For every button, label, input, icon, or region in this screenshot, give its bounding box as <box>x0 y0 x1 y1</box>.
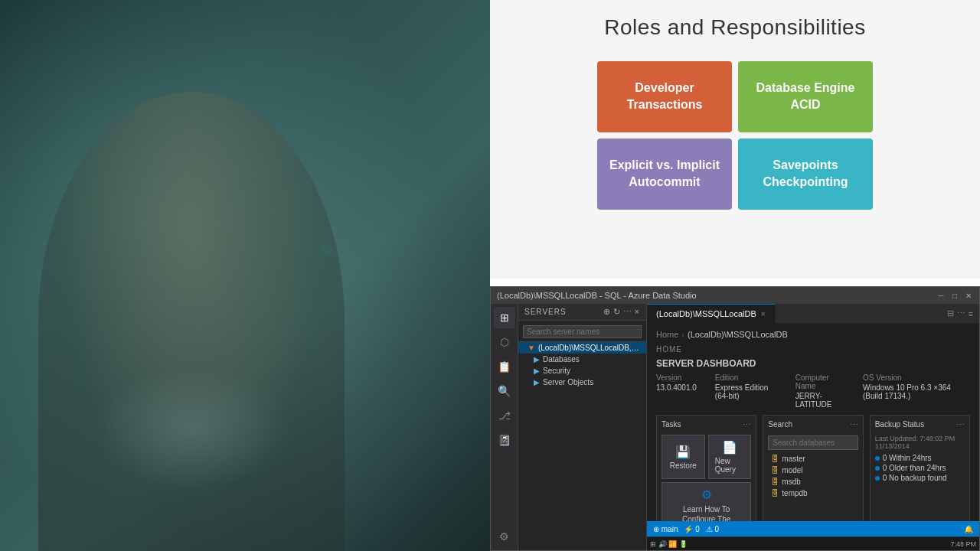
backup-item-none: 0 No backup found <box>875 473 965 483</box>
statusbar-errors[interactable]: ⚡ 0 <box>684 525 699 533</box>
notebook-icon[interactable]: 📓 <box>494 429 515 451</box>
cards-grid: Developer Transactions Database Engine A… <box>597 61 873 210</box>
card-database-engine-text: Database Engine ACID <box>756 80 855 114</box>
server-computer: Computer Name JERRY-LATITUDE <box>795 373 844 409</box>
search-db-input[interactable] <box>768 435 858 450</box>
db-tempdb-icon: 🗄 <box>771 489 779 497</box>
backup-more-icon[interactable]: ⋯ <box>956 420 965 430</box>
db-tempdb[interactable]: 🗄 tempdb <box>768 487 858 499</box>
tree-item-databases[interactable]: ▶ Databases <box>518 354 646 365</box>
settings-icon[interactable]: ⚙ <box>494 526 515 547</box>
backup-widget-header: Backup Status ⋯ <box>875 420 965 430</box>
ads-taskbar: ⊞ 🔊 📶 🔋 7:48 PM <box>647 536 979 550</box>
taskbar-icons: ⊞ 🔊 📶 🔋 <box>650 540 688 548</box>
search-widget: Search ⋯ 🗄 master 🗄 model <box>763 415 863 521</box>
search-label: Search <box>768 420 792 430</box>
sidebar-icons: ⊕ ↻ ⋯ × <box>603 307 640 317</box>
card-developer-text: Developer Transactions <box>627 80 703 114</box>
backup-item-within24: 0 Within 24hrs <box>875 453 965 463</box>
explorer-icon[interactable]: 📋 <box>494 356 515 377</box>
ads-body: ⊞ ⬡ 📋 🔍 ⎇ 📓 ⚙ SERVERS ⊕ ↻ ⋯ × <box>491 304 979 550</box>
breadcrumb-server: (LocalDb)\MSSQLLocalDB <box>688 330 788 339</box>
card-savepoints-text: Savepoints Checkpointing <box>763 157 848 191</box>
git-icon[interactable]: ⎇ <box>494 405 515 426</box>
ads-content: Home › (LocalDb)\MSSQLLocalDB HOME SERVE… <box>647 324 979 521</box>
tasks-grid: 💾 Restore 📄 New Query <box>662 435 751 479</box>
server-edition: Edition Express Edition (64-bit) <box>715 373 777 409</box>
tab-localddb[interactable]: (LocalDb)\MSSQLLocalDB × <box>647 304 776 324</box>
tree-item-server-objects[interactable]: ▶ Server Objects <box>518 377 646 388</box>
ads-server-info: Version 13.0.4001.0 Edition Express Edit… <box>656 373 970 409</box>
tasks-label: Tasks <box>662 420 681 430</box>
backup-label: Backup Status <box>875 420 924 430</box>
card-database-engine[interactable]: Database Engine ACID <box>738 61 873 132</box>
tree-item-server[interactable]: ▼ (LocalDb)\MSSQLLocalDB, <default> - (W… <box>518 342 646 354</box>
tab-right-icons: ⊟ ⋯ ≡ <box>947 308 979 318</box>
statusbar-warnings[interactable]: ⚠ 0 <box>706 525 719 533</box>
close-button[interactable]: ✕ <box>964 291 973 300</box>
ads-tree: ▼ (LocalDb)\MSSQLLocalDB, <default> - (W… <box>518 342 646 550</box>
ads-titlebar: (LocalDb)\MSSQLLocalDB - SQL - Azure Dat… <box>491 287 979 304</box>
sidebar-collapse-icon[interactable]: × <box>635 307 640 317</box>
server-objects-expand-icon: ▶ <box>534 378 540 386</box>
search-more-icon[interactable]: ⋯ <box>850 420 858 430</box>
slide-title: Roles and Responsibilities <box>513 15 957 40</box>
ads-window-title: (LocalDb)\MSSQLLocalDB - SQL - Azure Dat… <box>497 291 697 300</box>
backup-widget: Backup Status ⋯ Last Updated: 7:48:02 PM… <box>870 415 970 521</box>
tree-item-security[interactable]: ▶ Security <box>518 365 646 377</box>
sidebar-more-icon[interactable]: ⋯ <box>623 307 632 317</box>
ads-statusbar: ⊕ main ⚡ 0 ⚠ 0 🔔 <box>647 521 979 536</box>
sidebar-refresh-icon[interactable]: ↻ <box>613 307 621 317</box>
card-explicit-implicit[interactable]: Explicit vs. Implicit Autocommit <box>597 139 732 210</box>
breadcrumb-sep: › <box>681 330 684 339</box>
backup-time: Last Updated: 7:48:02 PM 11/13/2014 <box>875 435 965 450</box>
backup-item-older24: 0 Older than 24hrs <box>875 463 965 473</box>
db-model-icon: 🗄 <box>771 466 779 474</box>
breadcrumb-home[interactable]: Home <box>656 330 678 339</box>
backup-dot-older24 <box>875 466 880 471</box>
connections-icon[interactable]: ⬡ <box>494 331 515 353</box>
new-query-button[interactable]: 📄 New Query <box>708 435 752 479</box>
sidebar-search[interactable] <box>518 321 646 342</box>
search-icon[interactable]: 🔍 <box>494 380 515 402</box>
tasks-more-icon[interactable]: ⋯ <box>743 420 751 430</box>
sidebar-new-icon[interactable]: ⊕ <box>603 307 611 317</box>
tab-split-icon[interactable]: ⊟ <box>947 308 954 318</box>
ads-tabs: (LocalDb)\MSSQLLocalDB × ⊟ ⋯ ≡ <box>647 304 979 324</box>
new-query-icon: 📄 <box>722 440 737 455</box>
backup-items: 0 Within 24hrs 0 Older than 24hrs 0 No b… <box>875 453 965 483</box>
card-savepoints[interactable]: Savepoints Checkpointing <box>738 139 873 210</box>
sidebar-search-input[interactable] <box>523 325 642 338</box>
statusbar-branch[interactable]: ⊕ main <box>653 525 678 533</box>
configure-dashboard-button[interactable]: ⚙ Learn How ToConfigure TheDashboard <box>662 482 751 521</box>
db-master-icon: 🗄 <box>771 455 779 463</box>
db-master[interactable]: 🗄 master <box>768 453 858 465</box>
databases-expand-icon: ▶ <box>534 355 540 364</box>
restore-button[interactable]: 💾 Restore <box>662 435 705 479</box>
ads-widgets-row: Tasks ⋯ 💾 Restore 📄 New Query <box>656 415 970 521</box>
tab-close-icon[interactable]: × <box>761 310 766 318</box>
configure-icon: ⚙ <box>701 487 712 502</box>
dashboard-title: SERVER DASHBOARD <box>656 358 970 369</box>
photo-panel <box>0 0 490 551</box>
ads-breadcrumb: Home › (LocalDb)\MSSQLLocalDB <box>656 330 970 339</box>
ads-sidebar: SERVERS ⊕ ↻ ⋯ × ▼ (LocalDb)\MSSQLLocalDB… <box>518 304 647 550</box>
ads-main: (LocalDb)\MSSQLLocalDB × ⊟ ⋯ ≡ Home › <box>647 304 979 550</box>
db-msdb[interactable]: 🗄 msdb <box>768 476 858 487</box>
tab-overflow-icon[interactable]: ⋯ <box>957 308 965 318</box>
backup-dot-within24 <box>875 456 880 461</box>
tasks-widget-header: Tasks ⋯ <box>662 420 751 430</box>
tab-label: (LocalDb)\MSSQLLocalDB <box>656 309 756 318</box>
ads-window: (LocalDb)\MSSQLLocalDB - SQL - Azure Dat… <box>490 286 980 551</box>
servers-icon[interactable]: ⊞ <box>494 307 515 328</box>
home-label: HOME <box>656 345 970 354</box>
security-expand-icon: ▶ <box>534 367 540 375</box>
server-expand-icon: ▼ <box>528 344 535 352</box>
minimize-button[interactable]: ─ <box>936 291 946 300</box>
statusbar-notifications[interactable]: 🔔 <box>964 525 973 533</box>
card-developer[interactable]: Developer Transactions <box>597 61 732 132</box>
content-panel: Roles and Responsibilities Developer Tra… <box>490 0 980 551</box>
maximize-button[interactable]: □ <box>950 291 959 300</box>
tab-more-icon[interactable]: ≡ <box>969 309 973 318</box>
db-model[interactable]: 🗄 model <box>768 465 858 476</box>
